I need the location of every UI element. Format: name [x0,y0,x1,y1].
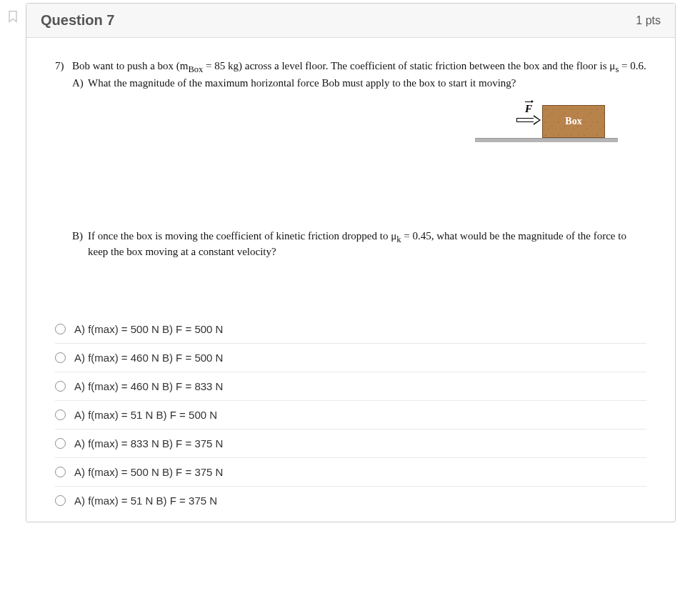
part-b-label: B) [72,229,88,259]
answer-option[interactable]: A) f(max) = 51 N B) F = 500 N [55,400,646,429]
question-header: Question 7 1 pts [26,4,675,38]
question-card: Question 7 1 pts 7) Bob want to push a b… [26,3,676,522]
answer-text: A) f(max) = 500 N B) F = 500 N [74,323,646,335]
problem-statement: 7) Bob want to push a box (mBox = 85 kg)… [55,59,646,91]
question-body: 7) Bob want to push a box (mBox = 85 kg)… [26,38,675,522]
part-a-label: A) [72,76,88,91]
answer-option[interactable]: A) f(max) = 500 N B) F = 375 N [55,457,646,486]
question-title: Question 7 [41,12,114,29]
radio-icon[interactable] [55,324,66,334]
floor-graphic [475,138,618,142]
answer-text: A) f(max) = 460 N B) F = 500 N [74,352,646,364]
answer-text: A) f(max) = 51 N B) F = 500 N [74,409,646,421]
radio-icon[interactable] [55,409,66,420]
problem-number: 7) [55,59,72,75]
answer-option[interactable]: A) f(max) = 833 N B) F = 375 N [55,429,646,457]
radio-icon[interactable] [55,352,66,363]
answer-text: A) f(max) = 460 N B) F = 833 N [74,380,646,392]
force-arrow: F [516,104,541,125]
part-b-block: B) If once the box is moving the coeffic… [55,229,646,259]
answer-option[interactable]: A) f(max) = 51 N B) F = 375 N [55,486,646,515]
answer-text: A) f(max) = 833 N B) F = 375 N [74,437,646,449]
part-a-text: What the magnitude of the maximum horizo… [88,76,646,91]
answer-text: A) f(max) = 500 N B) F = 375 N [74,466,646,478]
radio-icon[interactable] [55,495,66,506]
answer-option[interactable]: A) f(max) = 500 N B) F = 500 N [55,315,646,343]
force-label: F [525,104,532,114]
answer-option[interactable]: A) f(max) = 460 N B) F = 500 N [55,343,646,372]
radio-icon[interactable] [55,438,66,449]
problem-figure: F Box [55,91,646,161]
part-b-text: If once the box is moving the coefficien… [88,229,646,259]
problem-main-text: Bob want to push a box (mBox = 85 kg) ac… [72,59,646,75]
radio-icon[interactable] [55,381,66,392]
answer-option[interactable]: A) f(max) = 460 N B) F = 833 N [55,372,646,400]
answer-text: A) f(max) = 51 N B) F = 375 N [74,495,646,507]
question-points: 1 pts [636,14,661,27]
answer-options: A) f(max) = 500 N B) F = 500 N A) f(max)… [55,315,646,515]
bookmark-icon[interactable] [0,3,26,24]
box-graphic: Box [542,105,605,138]
radio-icon[interactable] [55,467,66,477]
